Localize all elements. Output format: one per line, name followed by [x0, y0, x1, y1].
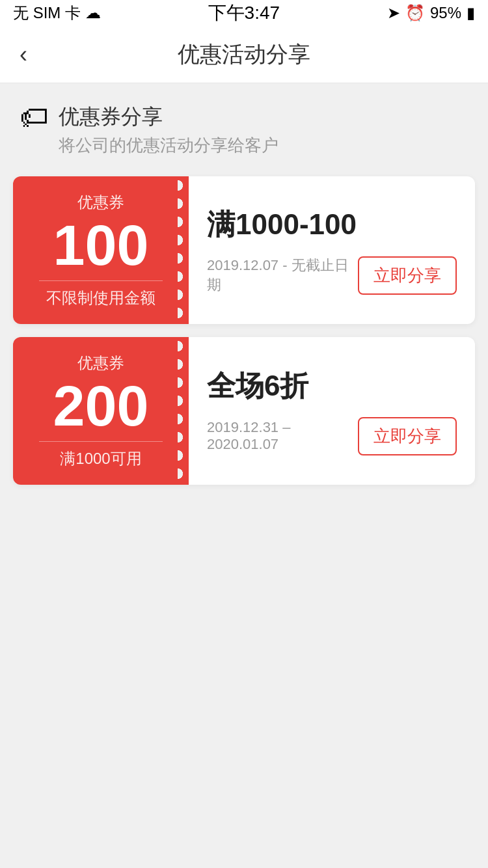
status-right: ➤ ⏰ 95% ▮ — [387, 4, 475, 22]
status-time: 下午3:47 — [208, 1, 280, 25]
coupon-bottom-1: 2019.12.31 – 2020.01.07 立即分享 — [207, 417, 457, 455]
section-header: 🏷 优惠券分享 将公司的优惠活动分享给客户 — [0, 83, 488, 170]
battery-label: 95% — [430, 4, 461, 22]
section-icon: 🏷 — [20, 103, 48, 131]
sim-label: 无 SIM 卡 ☁ — [13, 3, 101, 23]
coupon-divider-0 — [39, 280, 163, 281]
coupon-amount-0: 100 — [53, 217, 149, 274]
back-button[interactable]: ‹ — [20, 41, 27, 68]
page-title: 优惠活动分享 — [178, 40, 310, 70]
coupon-list: 优惠券 100 不限制使用金额 满1000-100 2019.12.07 - 无… — [0, 170, 488, 491]
share-button-0[interactable]: 立即分享 — [358, 256, 457, 295]
coupon-label-1: 优惠券 — [77, 353, 124, 373]
coupon-left-0: 优惠券 100 不限制使用金额 — [13, 176, 189, 324]
coupon-right-0: 满1000-100 2019.12.07 - 无截止日期 立即分享 — [189, 176, 475, 324]
location-icon: ➤ — [387, 4, 400, 22]
coupon-name-1: 全场6折 — [207, 367, 457, 405]
coupon-amount-1: 200 — [53, 377, 149, 435]
bottom-area — [0, 491, 488, 868]
coupon-card: 优惠券 200 满1000可用 全场6折 2019.12.31 – 2020.0… — [13, 337, 475, 485]
coupon-date-1: 2019.12.31 – 2020.01.07 — [207, 419, 358, 453]
coupon-condition-0: 不限制使用金额 — [46, 288, 156, 308]
nav-bar: ‹ 优惠活动分享 — [0, 26, 488, 83]
coupon-divider-1 — [39, 441, 163, 442]
coupon-name-0: 满1000-100 — [207, 206, 457, 244]
coupon-date-0: 2019.12.07 - 无截止日期 — [207, 256, 358, 295]
coupon-right-1: 全场6折 2019.12.31 – 2020.01.07 立即分享 — [189, 337, 475, 485]
battery-icon: ▮ — [467, 4, 475, 22]
coupon-bottom-0: 2019.12.07 - 无截止日期 立即分享 — [207, 256, 457, 295]
share-button-1[interactable]: 立即分享 — [358, 417, 457, 455]
section-subtitle: 将公司的优惠活动分享给客户 — [59, 134, 278, 157]
coupon-label-0: 优惠券 — [77, 192, 124, 213]
section-text: 优惠券分享 将公司的优惠活动分享给客户 — [59, 103, 278, 157]
alarm-icon: ⏰ — [405, 4, 425, 22]
coupon-condition-1: 满1000可用 — [60, 448, 141, 469]
coupon-left-1: 优惠券 200 满1000可用 — [13, 337, 189, 485]
coupon-card: 优惠券 100 不限制使用金额 满1000-100 2019.12.07 - 无… — [13, 176, 475, 324]
status-left: 无 SIM 卡 ☁ — [13, 3, 101, 23]
status-bar: 无 SIM 卡 ☁ 下午3:47 ➤ ⏰ 95% ▮ — [0, 0, 488, 26]
section-title: 优惠券分享 — [59, 103, 278, 131]
